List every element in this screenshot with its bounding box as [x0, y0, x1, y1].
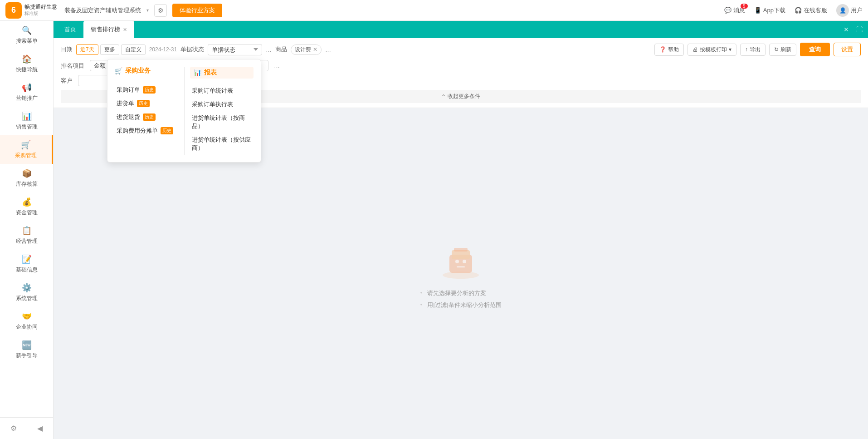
top-right-area: 💬 消息 9 📱 App下载 🎧 在线客服 👤 用户 — [724, 4, 863, 17]
maximize-window-icon[interactable]: ⛶ — [854, 24, 864, 35]
new-icon: 🆕 — [22, 340, 32, 350]
sidebar-item-finance[interactable]: 💰 资金管理 — [0, 192, 53, 221]
history-badge-0: 历史 — [143, 86, 156, 94]
dropdown-item-purchase-return[interactable]: 进货退货 历史 — [115, 110, 179, 124]
system-dropdown-arrow[interactable]: ▾ — [146, 8, 149, 13]
question-icon: ❓ — [659, 46, 666, 53]
customer-label: 客户 — [61, 77, 73, 85]
online-service-button[interactable]: 🎧 在线客服 — [795, 6, 827, 15]
box-icon: 📦 — [22, 168, 32, 178]
system-title: 装备及固定资产辅助管理系统 — [64, 6, 141, 15]
rank-item-label: 排名项目 — [61, 62, 84, 70]
print-button[interactable]: 🖨 按模板打印 ▾ — [688, 44, 736, 56]
settings-bottom-btn[interactable]: ⚙ — [7, 422, 20, 434]
sidebar-item-sales[interactable]: 📊 销售管理 — [0, 107, 53, 135]
main-layout: 🔍 搜索菜单 🏠 快捷导航 📢 营销推广 📊 销售管理 🛒 采购管理 📦 库存核… — [0, 21, 868, 439]
empty-tip-1: 请先选择要分析的方案 — [420, 287, 501, 299]
sidebar-item-basic-info[interactable]: 📝 基础信息 — [0, 250, 53, 278]
app-download-button[interactable]: 📱 App下载 — [754, 6, 785, 15]
date-btn-custom[interactable]: 自定义 — [121, 44, 146, 55]
tab-close-icon[interactable]: ✕ — [123, 27, 127, 33]
history-badge-3: 历史 — [161, 127, 173, 134]
date-end-value: 2024-12-31 — [149, 46, 177, 53]
dropdown-item-report-2[interactable]: 进货单统计表（按商品） — [190, 111, 254, 133]
print-arrow: ▾ — [729, 46, 731, 53]
logo-text: 畅捷通好生意 标准版 — [24, 4, 57, 17]
dropdown-divider — [184, 67, 185, 155]
dropdown-item-report-3[interactable]: 进货单统计表（按供应商） — [190, 133, 254, 155]
reports-col-title: 📊 报表 — [190, 67, 254, 79]
reports-section-icon: 📊 — [194, 69, 201, 76]
refresh-icon: ↻ — [774, 46, 779, 53]
sidebar-item-system[interactable]: ⚙️ 系统管理 — [0, 278, 53, 307]
goods-more[interactable]: … — [325, 46, 331, 53]
date-label: 日期 — [61, 45, 73, 54]
message-badge: 9 — [741, 4, 748, 9]
export-button[interactable]: ↑ 导出 — [740, 44, 766, 56]
sidebar-item-enterprise[interactable]: 🤝 企业协同 — [0, 307, 53, 335]
gear-button[interactable]: ⚙ — [154, 4, 167, 17]
cart-icon: 🛒 — [21, 140, 31, 150]
tab-home[interactable]: 首页 — [57, 21, 83, 38]
dropdown-item-purchase-order[interactable]: 采购订单 历史 — [115, 83, 179, 97]
collapse-sidebar-btn[interactable]: ◀ — [34, 422, 46, 434]
message-icon: 💬 — [724, 7, 731, 14]
top-bar: 6 畅捷通好生意 标准版 装备及固定资产辅助管理系统 ▾ ⚙ 体验行业方案 💬 … — [0, 0, 868, 21]
industry-button[interactable]: 体验行业方案 — [172, 4, 222, 17]
toolbar-right: ❓ 帮助 🖨 按模板打印 ▾ ↑ 导出 ↻ — [654, 43, 861, 56]
close-window-icon[interactable]: ✕ — [842, 24, 851, 35]
history-badge-1: 历史 — [137, 100, 150, 107]
sidebar-item-operations[interactable]: 📋 经营管理 — [0, 221, 53, 250]
dropdown-item-report-0[interactable]: 采购订单统计表 — [190, 84, 254, 98]
megaphone-icon: 📢 — [22, 83, 32, 93]
query-button[interactable]: 查询 — [800, 43, 830, 56]
date-btn-more[interactable]: 更多 — [100, 44, 119, 55]
sidebar-item-marketing[interactable]: 📢 营销推广 — [0, 78, 53, 107]
empty-tip-2: 用[过滤]条件来缩小分析范围 — [420, 299, 501, 311]
clipboard-icon: 📋 — [22, 226, 32, 236]
export-icon: ↑ — [745, 46, 748, 53]
reports-col: 📊 报表 采购订单统计表 采购订单执行表 进货单统计表（按商品） 进货单统计表（… — [190, 67, 254, 155]
message-button[interactable]: 💬 消息 9 — [724, 6, 745, 15]
doc-status-select[interactable]: 单据状态 — [208, 44, 262, 55]
tab-bar-actions: ✕ ⛶ — [842, 24, 864, 35]
money-icon: 💰 — [22, 197, 32, 207]
doc-status-more[interactable]: … — [266, 46, 272, 53]
info-icon: 📝 — [22, 254, 32, 264]
salesperson-more[interactable]: … — [274, 62, 280, 69]
sidebar-item-guide[interactable]: 🆕 新手引导 — [0, 335, 53, 364]
settings-button[interactable]: 设置 — [834, 43, 861, 56]
date-btn-7days[interactable]: 近7天 — [76, 44, 98, 55]
goods-tag: 设计费 ✕ — [291, 44, 322, 55]
sidebar-item-purchase[interactable]: 🛒 采购管理 — [0, 135, 53, 164]
svg-rect-6 — [454, 248, 468, 252]
user-button[interactable]: 👤 用户 — [836, 4, 863, 17]
purchase-col: 🛒 采购业务 采购订单 历史 进货单 历史 进货退货 历史 — [115, 67, 179, 155]
chevron-up-icon: ⌃ — [441, 94, 446, 100]
help-button[interactable]: ❓ 帮助 — [654, 44, 684, 56]
logo-icon: 6 — [5, 2, 22, 19]
sidebar-item-search[interactable]: 🔍 搜索菜单 — [0, 21, 53, 49]
history-badge-2: 历史 — [143, 113, 156, 121]
empty-illustration — [438, 237, 483, 282]
dropdown-item-purchase-expense[interactable]: 采购费用分摊单 历史 — [115, 124, 179, 138]
home-icon: 🏠 — [22, 54, 32, 64]
goods-tag-close[interactable]: ✕ — [313, 46, 317, 53]
purchase-dropdown-menu: 🛒 采购业务 采购订单 历史 进货单 历史 进货退货 历史 — [107, 59, 261, 163]
toolbar-row: 日期 近7天 更多 自定义 2024-12-31 单据状态 单据状态 … — [61, 43, 861, 56]
svg-point-3 — [455, 260, 459, 263]
tab-bar: 首页 销售排行榜 ✕ ✕ ⛶ — [54, 21, 868, 38]
goods-label: 商品 — [275, 45, 287, 54]
refresh-button[interactable]: ↻ 刷新 — [769, 44, 796, 56]
dropdown-item-purchase-receipt[interactable]: 进货单 历史 — [115, 97, 179, 110]
sidebar-item-quick-nav[interactable]: 🏠 快捷导航 — [0, 49, 53, 78]
dropdown-item-report-1[interactable]: 采购订单执行表 — [190, 98, 254, 111]
purchase-col-title: 🛒 采购业务 — [115, 67, 179, 78]
tab-sales-ranking[interactable]: 销售排行榜 ✕ — [83, 21, 134, 38]
empty-tips-list: 请先选择要分析的方案 用[过滤]条件来缩小分析范围 — [420, 287, 501, 311]
sidebar-item-inventory[interactable]: 📦 库存核算 — [0, 164, 53, 192]
phone-icon: 📱 — [754, 7, 761, 14]
sidebar-bottom: ⚙ ◀ — [0, 417, 53, 439]
gear-icon: ⚙️ — [22, 283, 32, 293]
headset-icon: 🎧 — [795, 7, 802, 14]
